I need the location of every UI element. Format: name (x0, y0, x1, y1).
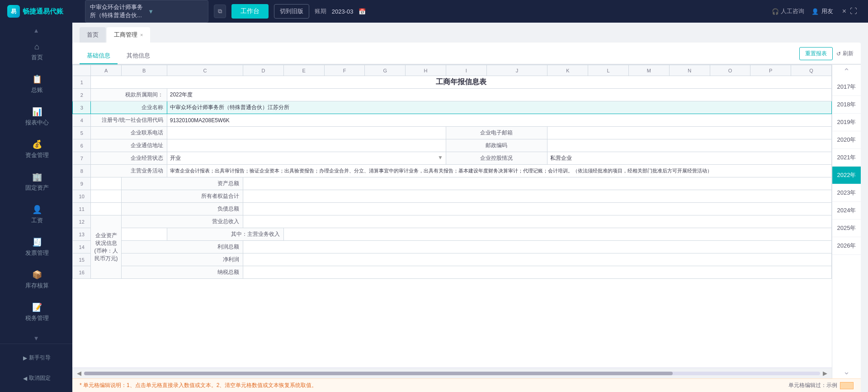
year-item-2020[interactable]: 2020年 (832, 131, 861, 149)
col-header-a[interactable]: A (91, 65, 121, 76)
col-header-e[interactable]: E (283, 65, 324, 76)
sidebar-label-reports: 报表中心 (25, 119, 49, 127)
sidebar-item-salary[interactable]: 👤 工资 (0, 198, 72, 231)
col-header-i[interactable]: I (446, 65, 486, 76)
tab-business[interactable]: 工商管理 × (107, 27, 150, 43)
row12-value[interactable] (243, 215, 832, 228)
topbar: 易 畅捷通易代账 中审众环会计师事务所（特殊普通合伙... ▼ ⧉ 工作台 切到… (0, 0, 868, 23)
col-header-p[interactable]: P (750, 65, 791, 76)
row5-value2[interactable] (547, 127, 832, 139)
row9-value[interactable] (243, 177, 832, 190)
reset-report-button[interactable]: 重置报表 (799, 47, 833, 60)
finance-icon: 💰 (32, 139, 42, 149)
year-scroll-up-button[interactable]: ⌃ (832, 65, 861, 78)
scroll-right-icon[interactable]: ▶ (820, 369, 830, 378)
sidebar-item-home[interactable]: ⌂ 首页 (0, 36, 72, 68)
row3-value[interactable]: 中审众环会计师事务所（特殊普通合伙）江苏分所 (167, 101, 831, 114)
col-header-k[interactable]: K (547, 65, 588, 76)
copy-button[interactable]: ⧉ (214, 5, 226, 18)
year-item-2017[interactable]: 2017年 (832, 78, 861, 96)
year-item-2018[interactable]: 2018年 (832, 96, 861, 114)
row14-value[interactable] (243, 241, 832, 253)
sidebar-item-inventory[interactable]: 📦 库存核算 (0, 263, 72, 296)
row2-value[interactable]: 2022年度 (167, 89, 831, 101)
row6-value1[interactable] (167, 139, 446, 152)
refresh-label: 刷新 (843, 50, 854, 57)
col-header-o[interactable]: O (710, 65, 750, 76)
year-item-2023[interactable]: 2023年 (832, 184, 861, 202)
year-item-2025[interactable]: 2025年 (832, 220, 861, 237)
corner-header (73, 65, 91, 76)
sidebar-item-close[interactable]: 🔒 结账 (0, 329, 72, 333)
row-num-4: 4 (73, 114, 91, 127)
row7-value1[interactable]: 开业 ▼ (167, 152, 446, 165)
row-num-3: 3 (73, 101, 91, 114)
year-item-2026[interactable]: 2026年 (832, 237, 861, 255)
row-num-14: 14 (73, 241, 91, 253)
bottom-note: * 单元格编辑说明：1、点击单元格直接录入数值或文本。2、清空单元格数值或文本恢… (80, 382, 317, 389)
col-header-c[interactable]: C (167, 65, 243, 76)
row7-value2[interactable]: 私营企业 (547, 152, 832, 165)
sidebar-item-tax[interactable]: 📝 税务管理 (0, 296, 72, 329)
col-header-b[interactable]: B (121, 65, 167, 76)
tab-close-icon[interactable]: × (140, 32, 143, 38)
sidebar-item-reports[interactable]: 📊 报表中心 (0, 100, 72, 133)
close-icon[interactable]: × (842, 7, 846, 15)
horizontal-scrollbar[interactable]: ◀ ▶ (72, 368, 832, 378)
col-header-h[interactable]: H (406, 65, 446, 76)
workbench-button[interactable]: 工作台 (231, 4, 269, 19)
col-header-l[interactable]: L (588, 65, 629, 76)
year-item-2024[interactable]: 2024年 (832, 202, 861, 220)
year-item-2021[interactable]: 2021年 (832, 149, 861, 167)
row10-value[interactable] (243, 190, 832, 203)
sub-tab-other[interactable]: 其他信息 (119, 48, 157, 64)
switch-version-button[interactable]: 切到旧版 (274, 4, 309, 19)
row11-value[interactable] (243, 203, 832, 215)
col-header-m[interactable]: M (628, 65, 669, 76)
sidebar-item-pin[interactable]: ◀ 取消固定 (0, 368, 72, 388)
logo-icon: 易 (7, 5, 20, 18)
support-button[interactable]: 🎧 人工咨询 (772, 7, 804, 15)
col-header-q[interactable]: Q (791, 65, 832, 76)
sidebar-item-invoice[interactable]: 🧾 发票管理 (0, 231, 72, 263)
row5-value1[interactable] (167, 127, 446, 139)
year-scroll-down-button[interactable]: ⌄ (832, 365, 861, 378)
calendar-icon[interactable]: 📅 (359, 8, 366, 15)
user-button[interactable]: 👤 用友 (811, 7, 833, 15)
col-header-n[interactable]: N (669, 65, 710, 76)
home-icon: ⌂ (34, 42, 39, 52)
row16-value[interactable] (243, 266, 832, 279)
sheet-title[interactable]: 工商年报信息表 (91, 76, 832, 89)
scroll-left-icon[interactable]: ◀ (74, 369, 84, 378)
expand-icon[interactable]: ⛶ (850, 7, 857, 15)
inner-content: 基础信息 其他信息 重置报表 ↺ 刷新 (72, 43, 861, 392)
row16-label: 纳税总额 (121, 266, 243, 279)
sidebar-label-invoice: 发票管理 (25, 249, 49, 257)
row8-value[interactable]: 审查企业会计报表；出具审计报告；验证企业资本；出具验资报告；办理企业合并、分立、… (167, 165, 831, 177)
col-header-f[interactable]: F (324, 65, 365, 76)
sidebar-scroll-down-button[interactable]: ▼ (0, 333, 72, 344)
year-item-2019[interactable]: 2019年 (832, 114, 861, 131)
sidebar-item-assets[interactable]: 🏢 固定资产 (0, 166, 72, 198)
sidebar-item-finance[interactable]: 💰 资金管理 (0, 133, 72, 166)
row6-value2[interactable] (547, 139, 832, 152)
sidebar-item-newhand[interactable]: ▶ 新手引导 (0, 348, 72, 368)
refresh-button[interactable]: ↺ 刷新 (836, 50, 854, 57)
row4-value[interactable]: 91320100MA208E5W6K (167, 114, 831, 127)
sidebar-scroll-up-button[interactable]: ▲ (0, 25, 72, 36)
row5-label2: 企业电子邮箱 (446, 127, 547, 139)
spreadsheet-container[interactable]: A B C D E F G H I J (72, 65, 832, 368)
tab-home[interactable]: 首页 (80, 27, 106, 43)
sidebar-label-pin: 取消固定 (29, 374, 51, 382)
year-item-2022[interactable]: 2022年 (832, 167, 861, 184)
col-header-d[interactable]: D (243, 65, 284, 76)
sub-tab-basic[interactable]: 基础信息 (80, 48, 118, 64)
row15-value[interactable] (243, 253, 832, 266)
newhand-icon: ▶ (23, 355, 27, 361)
col-header-j[interactable]: J (486, 65, 547, 76)
col-header-g[interactable]: G (365, 65, 406, 76)
row7-label2: 企业控股情况 (446, 152, 547, 165)
sidebar-item-ledger[interactable]: 📋 总账 (0, 68, 72, 100)
row13-value[interactable] (283, 228, 831, 241)
company-selector[interactable]: 中审众环会计师事务所（特殊普通合伙... ▼ (85, 0, 208, 23)
